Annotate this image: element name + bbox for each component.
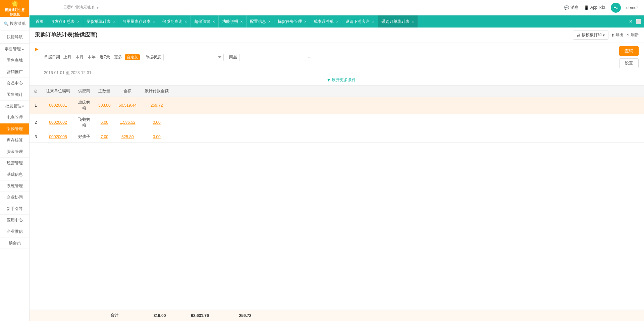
- sidebar-item-4[interactable]: 零售统计: [0, 89, 29, 101]
- user-name[interactable]: demo2: [626, 5, 639, 10]
- topbar-tab-5[interactable]: 超储预警 ✕: [191, 15, 219, 28]
- topbar-tab-1[interactable]: 收发存汇总表 ✕: [47, 15, 83, 28]
- filter-collapse-arrow[interactable]: ▶: [35, 46, 39, 52]
- sidebar-item-label-text-10: 经营管理: [7, 160, 23, 166]
- topbar-tab-6[interactable]: 功能说明 ✕: [219, 15, 247, 28]
- tab-close-icon-3[interactable]: ✕: [153, 20, 155, 23]
- row-paid-0[interactable]: 259.72: [141, 97, 173, 114]
- date-filter: 单据日期 上月 本月 本年 近7天 更多 自定义: [44, 54, 140, 61]
- col-amount: 金额: [115, 86, 141, 97]
- logo-text: 畅捷通好生意: [5, 8, 25, 12]
- gear-icon[interactable]: ⚙: [34, 89, 38, 94]
- custom-date-badge[interactable]: 自定义: [125, 54, 140, 60]
- sidebar-item-label-text-4: 零售统计: [7, 92, 23, 98]
- sidebar-item-1[interactable]: 零售商城: [0, 55, 29, 66]
- sidebar-search[interactable]: 🔍 搜索菜单: [0, 17, 29, 31]
- tab-close-icon-1[interactable]: ✕: [77, 20, 79, 23]
- row-qty-1[interactable]: 6.00: [94, 114, 115, 131]
- app-download-button[interactable]: 📱 App下载: [584, 5, 605, 10]
- topbar-maximize-button[interactable]: ⬜: [636, 19, 641, 24]
- goods-more-icon[interactable]: ···: [308, 55, 312, 60]
- row-paid-1[interactable]: 0.00: [141, 114, 173, 131]
- sidebar-item-9[interactable]: 资金管理: [0, 146, 29, 158]
- topbar-close-button[interactable]: ✕: [629, 19, 633, 24]
- template-print-button[interactable]: 🖨 按模板打印 ▾: [573, 31, 608, 40]
- topbar-tab-10[interactable]: 邀请下游客户 ✕: [342, 15, 378, 28]
- sidebar-item-16[interactable]: 企业微信: [0, 226, 29, 237]
- row-extra-2: [173, 131, 644, 143]
- tab-close-icon-9[interactable]: ✕: [336, 20, 338, 23]
- row-code-1[interactable]: 00020002: [42, 114, 74, 131]
- goods-input[interactable]: [239, 54, 306, 61]
- date-more-button[interactable]: 更多: [113, 54, 123, 61]
- topbar-tab-9[interactable]: 成本调整单 ✕: [310, 15, 342, 28]
- date-this-year-button[interactable]: 本年: [86, 54, 97, 61]
- sidebar-item-0[interactable]: 零售管理 ▲: [0, 44, 29, 55]
- date-last7-button[interactable]: 近7天: [98, 54, 111, 61]
- topbar-tab-11[interactable]: 采购订单统计表 ✕: [378, 15, 418, 28]
- row-amount-0[interactable]: 60,519.44: [115, 97, 141, 114]
- topbar-tab-4[interactable]: 保质期查询 ✕: [159, 15, 191, 28]
- sidebar-shortcut[interactable]: 快捷导航: [0, 31, 29, 44]
- sidebar-item-8[interactable]: 库存核算: [0, 135, 29, 146]
- date-last-month-button[interactable]: 上月: [62, 54, 73, 61]
- sidebar-item-14[interactable]: 新手引导: [0, 203, 29, 215]
- date-this-month-button[interactable]: 本月: [74, 54, 85, 61]
- topbar-tab-0[interactable]: 首页: [32, 15, 47, 28]
- sidebar-item-7[interactable]: 采购管理: [0, 123, 29, 135]
- filter-row-1: 单据日期 上月 本月 本年 近7天 更多 自定义: [44, 46, 639, 68]
- topbar-tab-2[interactable]: 要货单统计表 ✕: [83, 15, 119, 28]
- topbar-tab-8[interactable]: 拣货任务管理 ✕: [274, 15, 310, 28]
- tab-close-icon-4[interactable]: ✕: [184, 20, 187, 23]
- sidebar-item-6[interactable]: 电商管理: [0, 112, 29, 123]
- sidebar-item-3[interactable]: 会员中心: [0, 78, 29, 89]
- message-button[interactable]: 💬 消息: [564, 5, 579, 10]
- sidebar-item-label-text-9: 资金管理: [7, 149, 23, 155]
- row-qty-0[interactable]: 303.00: [94, 97, 115, 114]
- sidebar-item-15[interactable]: 应用中心: [0, 215, 29, 226]
- row-paid-2[interactable]: 0.00: [141, 131, 173, 143]
- topbar-tab-3[interactable]: 可用量库存账本 ✕: [119, 15, 159, 28]
- user-area: 💬 消息 📱 App下载 Ea demo2: [564, 3, 639, 13]
- sidebar-item-2[interactable]: 营销推广: [0, 66, 29, 78]
- row-amount-1[interactable]: 1,586.52: [115, 114, 141, 131]
- row-code-2[interactable]: 00020005: [42, 131, 74, 143]
- row-code-0[interactable]: 00020001: [42, 97, 74, 114]
- sidebar-item-12[interactable]: 系统管理: [0, 180, 29, 192]
- page-header-bar: 采购订单统计表(按供应商) 🖨 按模板打印 ▾ ⬆ 导出 ↻ 刷新: [30, 28, 644, 43]
- row-qty-2[interactable]: 7.00: [94, 131, 115, 143]
- col-extra: [173, 86, 644, 97]
- sidebar-item-5[interactable]: 批发管理 ▾: [0, 101, 29, 112]
- tab-close-icon-8[interactable]: ✕: [304, 20, 307, 23]
- sidebar-item-10[interactable]: 经营管理: [0, 158, 29, 169]
- status-select[interactable]: [163, 54, 224, 61]
- tab-label-10: 邀请下游客户: [345, 19, 370, 24]
- sidebar-item-17[interactable]: 畅会员: [0, 237, 29, 249]
- export-button[interactable]: ⬆ 导出: [611, 32, 624, 38]
- tab-close-icon-11[interactable]: ✕: [412, 20, 414, 23]
- refresh-button[interactable]: ↻ 刷新: [626, 32, 639, 38]
- tab-close-icon-6[interactable]: ✕: [240, 20, 243, 23]
- tab-close-icon-10[interactable]: ✕: [372, 20, 374, 23]
- avatar[interactable]: Ea: [611, 3, 621, 13]
- tab-close-icon-2[interactable]: ✕: [113, 20, 115, 23]
- shortcut-nav-button[interactable]: 快捷导航: [0, 32, 29, 42]
- topbar-tab-7[interactable]: 配置信息 ✕: [247, 15, 274, 28]
- tab-close-icon-5[interactable]: ✕: [212, 20, 215, 23]
- sidebar-item-label-text-12: 系统管理: [7, 183, 23, 189]
- tab-close-icon-7[interactable]: ✕: [268, 20, 271, 23]
- sidebar-item-11[interactable]: 基础信息: [0, 169, 29, 180]
- sidebar-item-13[interactable]: 企业协同: [0, 192, 29, 203]
- export-icon: ⬆: [611, 33, 614, 38]
- sidebar-item-label-text-3: 会员中心: [7, 81, 23, 86]
- app-logo[interactable]: 🌟 畅捷通好生意 标准版: [0, 0, 29, 17]
- query-button[interactable]: 查询: [619, 46, 639, 56]
- search-menu-button[interactable]: 🔍 搜索菜单: [2, 19, 27, 28]
- col-paid: 累计付款金额: [141, 86, 173, 97]
- row-amount-2[interactable]: 525.80: [115, 131, 141, 143]
- settings-button[interactable]: 设置: [619, 58, 639, 68]
- table-container: ⚙ 往来单位编码 供应商 主数量 金额 累计付款金额 1 00020001 惠氏…: [30, 85, 644, 310]
- app-download-icon: 📱: [584, 5, 589, 10]
- breadcrumb-dropdown-icon[interactable]: ▾: [97, 5, 99, 10]
- expand-more-button[interactable]: ▼ 展开更多条件: [327, 77, 356, 83]
